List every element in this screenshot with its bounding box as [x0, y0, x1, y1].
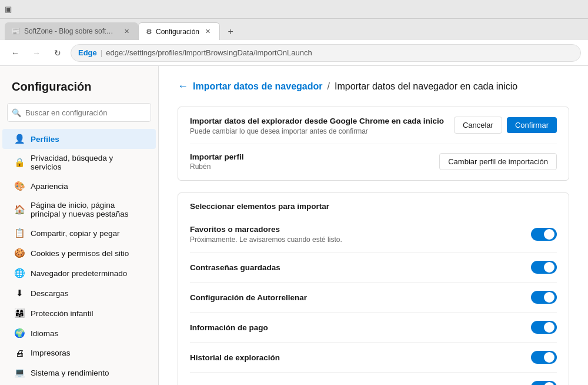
compartir-icon: 📋	[14, 228, 25, 238]
sidebar-item-sistema[interactable]: 💻 Sistema y rendimiento	[2, 363, 156, 383]
sidebar-item-label: Perfiles	[31, 135, 59, 144]
apariencia-icon: 🎨	[14, 181, 25, 191]
toggle-slider-historial	[531, 351, 557, 364]
toggle-label-pago: Información de pago	[190, 323, 268, 332]
toggle-info-favoritos: Favoritos o marcadores Próximamente. Le …	[190, 225, 342, 244]
sidebar-item-label: Impresoras	[31, 349, 71, 357]
toggle-slider-favoritos	[531, 228, 557, 241]
sidebar-item-descargas[interactable]: ⬇ Descargas	[2, 283, 156, 303]
toggle-historial[interactable]	[531, 351, 557, 364]
change-profile-button[interactable]: Cambiar perfil de importación	[439, 153, 557, 170]
url-bar[interactable]: Edge | edge://settings/profiles/importBr…	[71, 44, 581, 62]
breadcrumb: ← Importar datos de navegador / Importar…	[178, 80, 569, 92]
edge-logo: Edge	[78, 48, 97, 57]
toggle-info-cookies-item: Cookies	[190, 383, 221, 386]
toggle-row-historial: Historial de exploración	[190, 343, 557, 373]
toggle-row-autorrellenar: Configuración de Autorrellenar	[190, 283, 557, 313]
search-input[interactable]	[7, 103, 151, 122]
impresoras-icon: 🖨	[14, 348, 25, 358]
sidebar-item-label: Página de inicio, página principal y nue…	[31, 201, 144, 218]
sidebar-title: Configuración	[0, 75, 158, 103]
sidebar-item-apariencia[interactable]: 🎨 Apariencia	[2, 176, 156, 196]
new-tab-button[interactable]: +	[222, 24, 239, 40]
toggle-row-pago: Información de pago	[190, 313, 557, 343]
profile-value: Rubén	[190, 162, 244, 171]
addressbar: ← → ↻ Edge | edge://settings/profiles/im…	[0, 40, 588, 66]
tab-favicon: ⚙	[146, 28, 152, 36]
breadcrumb-separator: /	[328, 81, 330, 92]
toggle-info-pago: Información de pago	[190, 323, 268, 332]
idiomas-icon: 🌍	[14, 328, 25, 338]
sidebar-item-proteccion[interactable]: 👨‍👩‍👧 Protección infantil	[2, 303, 156, 323]
main-layout: Configuración 🔍 👤 Perfiles 🔒 Privacidad,…	[0, 66, 588, 385]
tab-softzone[interactable]: 📰 SoftZone - Blog sobre software ✕	[5, 22, 138, 40]
perfiles-icon: 👤	[14, 134, 25, 144]
toggle-info-historial: Historial de exploración	[190, 353, 280, 362]
toggle-favoritos[interactable]	[531, 228, 557, 241]
forward-button[interactable]: →	[28, 45, 45, 61]
import-subtitle: Puede cambiar lo que desea importar ante…	[190, 127, 444, 135]
toggle-row-contrasenas: Contraseñas guardadas	[190, 253, 557, 283]
privacidad-icon: 🔒	[14, 157, 25, 168]
descargas-icon: ⬇	[14, 288, 25, 298]
navegador-icon: 🌐	[14, 268, 25, 278]
sidebar-item-idiomas[interactable]: 🌍 Idiomas	[2, 323, 156, 343]
confirm-button[interactable]: Confirmar	[507, 117, 557, 133]
sidebar-item-impresoras[interactable]: 🖨 Impresoras	[2, 343, 156, 363]
sidebar-item-label: Protección infantil	[31, 309, 93, 318]
sidebar-item-compartir[interactable]: 📋 Compartir, copiar y pegar	[2, 223, 156, 243]
elements-box: Seleccionar elementos para importar Favo…	[178, 192, 569, 385]
toggle-label-favoritos: Favoritos o marcadores	[190, 225, 342, 234]
sidebar-item-privacidad[interactable]: 🔒 Privacidad, búsqueda y servicios	[2, 149, 156, 176]
toggle-cookies-item[interactable]	[531, 381, 557, 385]
tab-config[interactable]: ⚙ Configuración ✕	[138, 22, 220, 40]
titlebar-icon: ▣	[5, 5, 12, 14]
toggle-contrasenas[interactable]	[531, 261, 557, 274]
toggle-autorrellenar[interactable]	[531, 291, 557, 304]
sidebar-item-label: Privacidad, búsqueda y servicios	[31, 154, 144, 171]
breadcrumb-back-button[interactable]: ←	[178, 80, 188, 92]
back-button[interactable]: ←	[7, 45, 24, 61]
toggle-row-cookies-item: Cookies	[190, 373, 557, 385]
import-profile: Importar perfil Rubén Cambiar perfil de …	[190, 144, 557, 171]
search-icon: 🔍	[12, 108, 21, 117]
toggle-label-historial: Historial de exploración	[190, 353, 280, 362]
reload-button[interactable]: ↻	[49, 45, 66, 61]
elements-section-title: Seleccionar elementos para importar	[190, 193, 557, 217]
toggle-info-autorrellenar: Configuración de Autorrellenar	[190, 293, 307, 302]
sidebar-item-label: Navegador predeterminado	[31, 269, 127, 278]
toggle-slider-autorrellenar	[531, 291, 557, 304]
sidebar-item-inicio[interactable]: 🏠 Página de inicio, página principal y n…	[2, 196, 156, 223]
cancel-button[interactable]: Cancelar	[454, 117, 502, 134]
sidebar-item-label: Compartir, copiar y pegar	[31, 229, 120, 238]
tab-close-softzone[interactable]: ✕	[122, 26, 131, 36]
breadcrumb-current: Importar datos del navegador en cada ini…	[335, 81, 517, 92]
sidebar-item-label: Cookies y permisos del sitio	[31, 249, 129, 258]
sidebar-item-perfiles[interactable]: 👤 Perfiles	[2, 129, 156, 149]
sistema-icon: 💻	[14, 367, 25, 378]
sidebar-item-restablecer[interactable]: ↺ Restablecer configuración	[2, 383, 156, 385]
toggle-label-contrasenas: Contraseñas guardadas	[190, 263, 280, 272]
toggle-slider-contrasenas	[531, 261, 557, 274]
search-box: 🔍	[7, 103, 151, 122]
toggle-slider-pago	[531, 321, 557, 334]
sidebar-item-label: Idiomas	[31, 329, 58, 338]
tab-close-config[interactable]: ✕	[203, 27, 212, 36]
sidebar-item-navegador[interactable]: 🌐 Navegador predeterminado	[2, 263, 156, 283]
cookies-icon: 🍪	[14, 248, 25, 258]
toggle-info-contrasenas: Contraseñas guardadas	[190, 263, 280, 272]
toggle-sublabel-favoritos: Próximamente. Le avisaremos cuando esté …	[190, 235, 342, 244]
import-title: Importar datos del explorador desde Goog…	[190, 117, 444, 125]
import-actions: Cancelar Confirmar	[454, 117, 557, 134]
sidebar-item-cookies[interactable]: 🍪 Cookies y permisos del sitio	[2, 243, 156, 263]
breadcrumb-link[interactable]: Importar datos de navegador	[193, 81, 323, 92]
sidebar: Configuración 🔍 👤 Perfiles 🔒 Privacidad,…	[0, 66, 159, 385]
tab-label: SoftZone - Blog sobre software	[24, 27, 118, 35]
proteccion-icon: 👨‍👩‍👧	[14, 308, 25, 318]
import-info: Importar datos del explorador desde Goog…	[190, 117, 444, 135]
profile-info: Importar perfil Rubén	[190, 152, 244, 171]
toggle-pago[interactable]	[531, 321, 557, 334]
profile-label: Importar perfil	[190, 152, 244, 161]
sidebar-item-label: Descargas	[31, 289, 69, 298]
import-box: Importar datos del explorador desde Goog…	[178, 107, 569, 181]
